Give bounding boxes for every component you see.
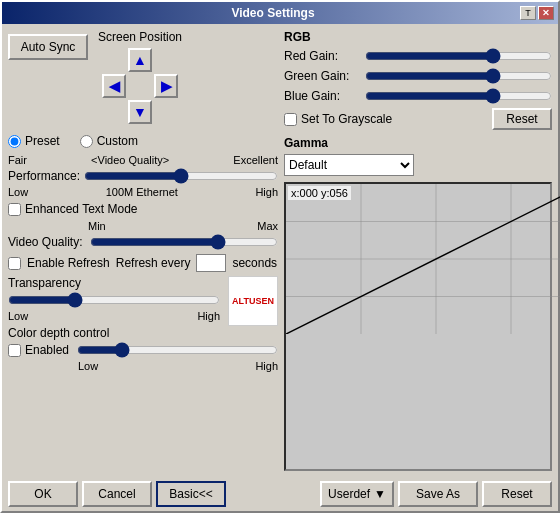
arrow-grid: ▲ ◀ ▶ ▼ <box>102 48 178 124</box>
userdef-dropdown[interactable]: Userdef ▼ <box>320 481 394 507</box>
red-gain-label: Red Gain: <box>284 49 359 63</box>
perf-low-label: Fair <box>8 154 27 166</box>
cd-labels: Low High <box>8 360 278 372</box>
custom-radio[interactable] <box>80 135 93 148</box>
basic-button[interactable]: Basic<< <box>156 481 226 507</box>
title-bar: Video Settings T ✕ <box>2 2 558 24</box>
enable-refresh-checkbox[interactable] <box>8 257 21 270</box>
arrow-left-button[interactable]: ◀ <box>102 74 126 98</box>
enabled-label: Enabled <box>25 343 69 357</box>
logo-text: ALTUSEN <box>232 296 274 306</box>
enabled-row: Enabled <box>8 342 278 358</box>
enhanced-text-checkbox[interactable] <box>8 203 21 216</box>
custom-label: Custom <box>97 134 138 148</box>
green-gain-row: Green Gain: <box>284 68 552 84</box>
refresh-value-input[interactable]: 10 <box>196 254 226 272</box>
preset-custom-row: Preset Custom <box>8 134 278 148</box>
gamma-graph[interactable]: x:000 y:056 <box>284 182 552 471</box>
color-depth-slider[interactable] <box>77 342 278 358</box>
blue-gain-slider[interactable] <box>365 88 552 104</box>
perf-row: Performance: <box>8 168 278 184</box>
grayscale-text: Set To Grayscale <box>301 112 392 126</box>
video-quality-section: Min Max Video Quality: <box>8 220 278 250</box>
perf-mid-label: <Video Quality> <box>91 154 169 166</box>
grayscale-label[interactable]: Set To Grayscale <box>284 112 392 126</box>
green-gain-label: Green Gain: <box>284 69 359 83</box>
refresh-seconds-label: seconds <box>232 256 277 270</box>
cancel-button[interactable]: Cancel <box>82 481 152 507</box>
screen-position-section: Screen Position ▲ ◀ ▶ ▼ <box>98 30 182 124</box>
performance-section: Fair <Video Quality> Excellent Performan… <box>8 154 278 198</box>
cd-low-label: Low <box>78 360 98 372</box>
refresh-every-label: Refresh every <box>116 256 191 270</box>
altusen-logo: ALTUSEN <box>228 276 278 326</box>
enable-refresh-label: Enable Refresh <box>27 256 110 270</box>
perf-labels: Fair <Video Quality> Excellent <box>8 154 278 166</box>
bw-low-label: Low <box>8 186 28 198</box>
vq-min-label: Min <box>88 220 106 232</box>
enable-refresh-row: Enable Refresh Refresh every 10 seconds <box>8 254 278 272</box>
green-gain-slider[interactable] <box>365 68 552 84</box>
auto-sync-button[interactable]: Auto Sync <box>8 34 88 60</box>
color-depth-label: Color depth control <box>8 326 278 340</box>
transparency-section: Transparency Low High ALTUSEN <box>8 276 278 322</box>
left-panel: Auto Sync Screen Position ▲ ◀ ▶ ▼ <box>8 30 278 471</box>
enabled-checkbox[interactable] <box>8 344 21 357</box>
performance-slider[interactable] <box>84 168 278 184</box>
blue-gain-row: Blue Gain: <box>284 88 552 104</box>
color-depth-section: Color depth control Enabled Low High <box>8 326 278 372</box>
enhanced-text-label: Enhanced Text Mode <box>25 202 138 216</box>
blue-gain-label: Blue Gain: <box>284 89 359 103</box>
userdef-label: Userdef <box>328 487 370 501</box>
cd-high-label: High <box>255 360 278 372</box>
gamma-select[interactable]: Default <box>284 154 414 176</box>
bw-high-label: High <box>255 186 278 198</box>
trans-high-label: High <box>197 310 220 322</box>
rgb-section: RGB Red Gain: Green Gain: Blue Gain: S <box>284 30 552 130</box>
userdef-dropdown-arrow: ▼ <box>374 487 386 501</box>
bandwidth-labels: Low 100M Ethernet High <box>8 186 278 198</box>
red-gain-slider[interactable] <box>365 48 552 64</box>
gamma-section: Gamma Default <box>284 136 552 176</box>
bottom-right-buttons: Userdef ▼ Save As Reset <box>320 481 552 507</box>
rgb-label: RGB <box>284 30 552 44</box>
gamma-label: Gamma <box>284 136 552 150</box>
preset-radio[interactable] <box>8 135 21 148</box>
arrow-up-button[interactable]: ▲ <box>128 48 152 72</box>
grayscale-reset-row: Set To Grayscale Reset <box>284 108 552 130</box>
close-button[interactable]: ✕ <box>538 6 554 20</box>
transparency-slider[interactable] <box>8 292 220 308</box>
ok-button[interactable]: OK <box>8 481 78 507</box>
save-as-button[interactable]: Save As <box>398 481 478 507</box>
arrow-right-button[interactable]: ▶ <box>154 74 178 98</box>
top-row: Auto Sync Screen Position ▲ ◀ ▶ ▼ <box>8 30 278 128</box>
performance-label: Performance: <box>8 169 80 183</box>
bw-mid-label: 100M Ethernet <box>106 186 178 198</box>
arrow-down-button[interactable]: ▼ <box>128 100 152 124</box>
preset-radio-label[interactable]: Preset <box>8 134 60 148</box>
enhanced-text-row: Enhanced Text Mode <box>8 202 278 216</box>
bottom-buttons: OK Cancel Basic<< Userdef ▼ Save As Rese… <box>2 477 558 511</box>
help-button[interactable]: T <box>520 6 536 20</box>
red-gain-row: Red Gain: <box>284 48 552 64</box>
custom-radio-label[interactable]: Custom <box>80 134 138 148</box>
video-quality-label: Video Quality: <box>8 235 86 249</box>
title-bar-buttons: T ✕ <box>520 6 554 20</box>
right-panel: RGB Red Gain: Green Gain: Blue Gain: S <box>284 30 552 471</box>
perf-high-label: Excellent <box>233 154 278 166</box>
vq-max-label: Max <box>257 220 278 232</box>
video-quality-slider[interactable] <box>90 234 278 250</box>
main-content: Auto Sync Screen Position ▲ ◀ ▶ ▼ <box>2 24 558 477</box>
graph-svg <box>286 184 560 334</box>
grayscale-checkbox[interactable] <box>284 113 297 126</box>
vq-row: Video Quality: <box>8 234 278 250</box>
window-title: Video Settings <box>26 6 520 20</box>
reset-button[interactable]: Reset <box>482 481 552 507</box>
auto-sync-container: Auto Sync <box>8 34 88 60</box>
video-settings-window: Video Settings T ✕ Auto Sync Screen Posi… <box>0 0 560 513</box>
vq-labels: Min Max <box>8 220 278 232</box>
screen-position-label: Screen Position <box>98 30 182 44</box>
bottom-left-buttons: OK Cancel Basic<< <box>8 481 226 507</box>
preset-label: Preset <box>25 134 60 148</box>
rgb-reset-button[interactable]: Reset <box>492 108 552 130</box>
